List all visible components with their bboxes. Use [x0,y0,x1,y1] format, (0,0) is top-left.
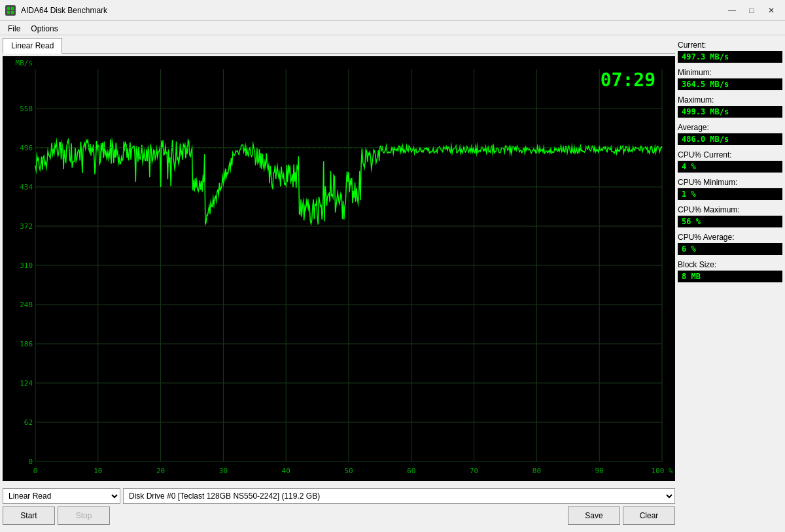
stop-button[interactable]: Stop [58,507,110,525]
stat-maximum: Maximum: 499.3 MB/s [678,95,782,118]
cpu-maximum-label: CPU% Maximum: [678,205,782,214]
stat-current: Current: 497.3 MB/s [678,41,782,63]
window-title: AIDA64 Disk Benchmark [21,6,107,15]
minimum-value: 364.5 MB/s [678,78,782,90]
bottom-controls: Linear Read Linear Write Random Read Ran… [3,484,675,529]
stat-cpu-average: CPU% Average: 6 % [678,233,782,255]
clear-button[interactable]: Clear [623,507,675,525]
left-panel: Linear Read 07:29 Linear Read Linear Wri… [3,38,675,529]
block-size-label: Block Size: [678,260,782,269]
cpu-minimum-label: CPU% Minimum: [678,178,782,187]
maximum-value: 499.3 MB/s [678,106,782,118]
tab-bar: Linear Read [3,38,675,54]
close-button[interactable]: ✕ [763,4,780,17]
maximum-label: Maximum: [678,95,782,105]
start-button[interactable]: Start [3,507,55,525]
stat-block-size: Block Size: 8 MB [678,260,782,282]
app-icon [5,5,16,16]
stat-cpu-maximum: CPU% Maximum: 56 % [678,205,782,227]
save-button[interactable]: Save [568,507,620,525]
cpu-minimum-value: 1 % [678,188,782,200]
menu-file[interactable]: File [3,22,26,33]
cpu-average-label: CPU% Average: [678,233,782,242]
stat-minimum: Minimum: 364.5 MB/s [678,68,782,90]
maximize-button[interactable]: □ [743,4,760,17]
stat-average: Average: 486.0 MB/s [678,123,782,145]
average-value: 486.0 MB/s [678,133,782,145]
window-controls: — □ ✕ [724,4,780,17]
svg-rect-3 [11,11,14,14]
block-size-value: 8 MB [678,271,782,282]
cpu-current-value: 4 % [678,161,782,173]
bottom-row2: Start Stop Save Clear [3,507,675,525]
stat-cpu-current: CPU% Current: 4 % [678,150,782,173]
menu-options[interactable]: Options [26,22,63,33]
drive-select[interactable]: Disk Drive #0 [Teclast 128GB NS550-2242]… [123,488,675,504]
cpu-current-label: CPU% Current: [678,150,782,159]
current-value: 497.3 MB/s [678,51,782,63]
main-container: Linear Read 07:29 Linear Read Linear Wri… [0,35,785,532]
bottom-row1: Linear Read Linear Write Random Read Ran… [3,488,675,504]
current-label: Current: [678,41,782,50]
minimize-button[interactable]: — [724,4,741,17]
tab-linear-read[interactable]: Linear Read [3,38,62,54]
menu-bar: File Options [0,21,785,35]
svg-rect-1 [11,7,14,10]
title-bar: AIDA64 Disk Benchmark — □ ✕ [0,0,785,21]
cpu-maximum-value: 56 % [678,216,782,227]
disk-chart [3,56,675,481]
cpu-average-value: 6 % [678,243,782,255]
timer-display: 07:29 [601,69,655,91]
average-label: Average: [678,123,782,132]
minimum-label: Minimum: [678,68,782,77]
svg-rect-2 [7,11,10,14]
svg-rect-0 [7,7,10,10]
benchmark-select[interactable]: Linear Read Linear Write Random Read Ran… [3,488,120,504]
stat-cpu-minimum: CPU% Minimum: 1 % [678,178,782,200]
right-panel: Current: 497.3 MB/s Minimum: 364.5 MB/s … [678,38,782,529]
title-bar-left: AIDA64 Disk Benchmark [5,5,107,16]
chart-area: 07:29 [3,56,675,481]
tab-container: Linear Read [3,38,675,54]
